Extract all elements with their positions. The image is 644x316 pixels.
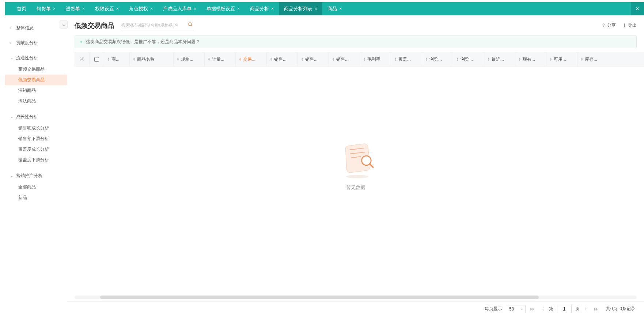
sort-icon: ▲▼	[394, 57, 397, 61]
tab-9[interactable]: 商品×	[322, 2, 347, 15]
column-header-3[interactable]: ▲▼计量...	[204, 52, 235, 66]
column-label: 规格...	[181, 56, 193, 63]
chevron-right-icon: ›	[10, 41, 15, 45]
tab-8[interactable]: 商品分析列表×	[279, 2, 322, 15]
column-header-15[interactable]: ▲▼库存...	[577, 52, 608, 66]
sidebar-group-label: 整体信息	[16, 25, 34, 31]
search-box	[121, 20, 194, 30]
column-label: 销售...	[305, 56, 318, 63]
next-page-button[interactable]: 〉	[583, 306, 590, 312]
main: 低频交易商品 ⇪ 分享 ⤓ 导出	[67, 15, 644, 316]
column-header-6[interactable]: ▲▼销售...	[298, 52, 329, 66]
sidebar-group-title[interactable]: ⌄营销推广分析	[5, 170, 67, 181]
sidebar-group-title[interactable]: ⌄流通性分析	[5, 53, 67, 63]
select-all-checkbox[interactable]	[94, 57, 99, 62]
column-header-11[interactable]: ▲▼浏览...	[453, 52, 484, 66]
sidebar-item[interactable]: 滞销商品	[5, 85, 67, 96]
column-header-0[interactable]: ▲▼商...	[104, 52, 129, 66]
sidebar-group-title[interactable]: ›整体信息	[5, 23, 67, 33]
page-title: 低频交易商品	[75, 21, 114, 30]
sidebar-group-title[interactable]: ›贡献度分析	[5, 38, 67, 48]
prev-page-button[interactable]: 〈	[539, 306, 545, 312]
first-page-button[interactable]: ⏮	[529, 306, 535, 312]
tab-close-icon[interactable]: ×	[53, 6, 56, 11]
search-icon[interactable]	[188, 22, 193, 28]
sort-icon: ▲▼	[549, 57, 552, 61]
tab-close-icon[interactable]: ×	[194, 6, 196, 11]
svg-point-0	[189, 23, 192, 26]
sidebar-group-label: 营销推广分析	[16, 173, 42, 179]
bulb-icon: ✦	[79, 40, 83, 45]
sidebar-item[interactable]: 覆盖度成长分析	[5, 144, 67, 155]
sort-icon: ▲▼	[363, 57, 366, 61]
svg-point-2	[82, 59, 83, 60]
sort-icon: ▲▼	[177, 57, 179, 61]
sidebar-group-title[interactable]: ⌄成长性分析	[5, 112, 67, 122]
page-input[interactable]	[557, 305, 572, 313]
column-header-7[interactable]: ▲▼销售...	[329, 52, 360, 66]
sidebar-collapse-button[interactable]: «	[60, 20, 68, 29]
tab-1[interactable]: 销货单×	[31, 2, 61, 15]
sidebar-item[interactable]: 淘汰商品	[5, 96, 67, 106]
column-header-12[interactable]: ▲▼最近...	[484, 52, 515, 66]
horizontal-scrollbar[interactable]	[75, 296, 637, 299]
tab-close-icon[interactable]: ×	[237, 6, 240, 11]
export-button[interactable]: ⤓ 导出	[622, 22, 637, 29]
column-header-10[interactable]: ▲▼浏览...	[422, 52, 453, 66]
table-wrap: ▲▼商...▲▼商品名称▲▼规格...▲▼计量...▲▼交易...▲▼销售...…	[75, 52, 644, 67]
tab-label: 进货单	[66, 5, 80, 12]
tab-0[interactable]: 首页	[12, 2, 31, 15]
column-header-14[interactable]: ▲▼可用...	[546, 52, 577, 66]
chevron-down-icon: ⌄	[10, 115, 15, 119]
column-header-1[interactable]: ▲▼商品名称	[129, 52, 173, 66]
column-header-4[interactable]: ▲▼交易...	[235, 52, 266, 66]
sidebar-group-0: ›整体信息	[5, 20, 67, 35]
column-label: 可用...	[554, 56, 566, 63]
tab-label: 商品分析列表	[284, 5, 312, 12]
table-header: ▲▼商...▲▼商品名称▲▼规格...▲▼计量...▲▼交易...▲▼销售...…	[75, 52, 644, 67]
tab-close-icon[interactable]: ×	[339, 6, 342, 11]
sidebar: « ›整体信息›贡献度分析⌄流通性分析高频交易商品低频交易商品滞销商品淘汰商品⌄…	[5, 15, 67, 316]
scrollbar-thumb[interactable]	[100, 296, 539, 299]
tab-close-icon[interactable]: ×	[315, 6, 317, 11]
tab-2[interactable]: 进货单×	[61, 2, 90, 15]
tab-close-icon[interactable]: ×	[116, 6, 119, 11]
chevron-down-icon: ⌄	[10, 174, 15, 178]
chevron-left-icon: «	[62, 22, 65, 27]
sidebar-group-1: ›贡献度分析	[5, 35, 67, 50]
tab-close-icon[interactable]: ×	[150, 6, 153, 11]
sort-icon: ▲▼	[301, 57, 304, 61]
tab-4[interactable]: 角色授权×	[124, 2, 158, 15]
sidebar-group-items: 销售额成长分析销售额下滑分析覆盖度成长分析覆盖度下滑分析	[5, 122, 67, 166]
sidebar-item[interactable]: 低频交易商品	[5, 75, 67, 85]
sidebar-item[interactable]: 销售额成长分析	[5, 123, 67, 133]
sort-icon: ▲▼	[239, 57, 242, 61]
svg-line-1	[191, 25, 192, 26]
close-all-tabs-button[interactable]: ✕	[631, 2, 644, 15]
sidebar-item[interactable]: 覆盖度下滑分析	[5, 155, 67, 165]
sidebar-item[interactable]: 销售额下滑分析	[5, 133, 67, 144]
tab-6[interactable]: 单据模板设置×	[201, 2, 245, 15]
tab-close-icon[interactable]: ×	[82, 6, 85, 11]
chevron-down-icon: ⌄	[10, 56, 15, 60]
table-settings-button[interactable]	[75, 52, 89, 66]
sidebar-item[interactable]: 新品	[5, 192, 67, 203]
column-header-13[interactable]: ▲▼现有...	[515, 52, 546, 66]
column-header-2[interactable]: ▲▼规格...	[173, 52, 204, 66]
column-header-5[interactable]: ▲▼销售...	[266, 52, 298, 66]
tab-7[interactable]: 商品分析×	[245, 2, 279, 15]
tab-5[interactable]: 产成品入库单×	[158, 2, 201, 15]
column-header-8[interactable]: ▲▼毛利率	[360, 52, 391, 66]
tab-close-icon[interactable]: ×	[271, 6, 274, 11]
column-label: 计量...	[212, 56, 224, 63]
sidebar-item[interactable]: 全部商品	[5, 182, 67, 192]
share-button[interactable]: ⇪ 分享	[602, 22, 616, 29]
empty-state: 暂无数据	[67, 67, 644, 296]
column-header-9[interactable]: ▲▼覆盖...	[391, 52, 422, 66]
per-page-select[interactable]: 50 ⌄	[506, 305, 526, 313]
tab-3[interactable]: 权限设置×	[90, 2, 124, 15]
sort-icon: ▲▼	[518, 57, 521, 61]
sidebar-item[interactable]: 高频交易商品	[5, 64, 67, 75]
last-page-button[interactable]: ⏭	[593, 306, 599, 312]
search-input[interactable]	[121, 20, 194, 30]
